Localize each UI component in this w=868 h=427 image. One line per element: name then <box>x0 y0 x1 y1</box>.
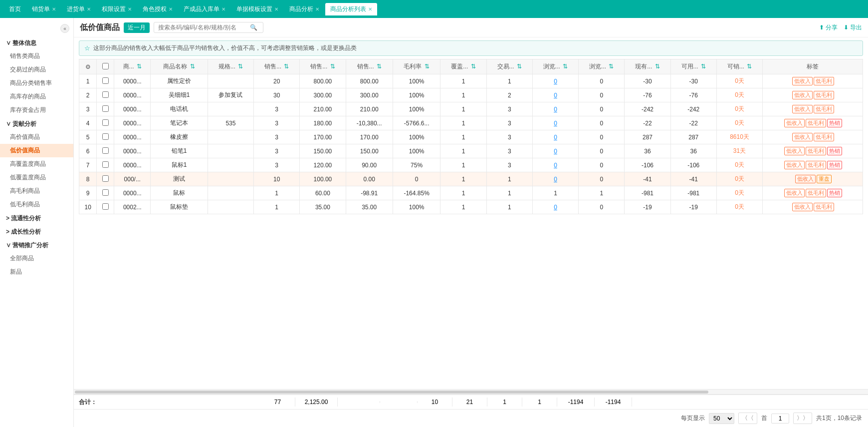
sidebar-item-high-margin[interactable]: 高毛利商品 <box>0 184 73 198</box>
nav-product-analysis[interactable]: 商品分析 ✕ <box>284 3 324 15</box>
search-icon[interactable]: 🔍 <box>250 24 257 31</box>
sidebar-item-sales-products[interactable]: 销售类商品 <box>0 49 73 63</box>
cell-checkbox[interactable] <box>97 158 114 172</box>
last-page-button[interactable]: 〉〉 <box>793 413 812 424</box>
sidebar-item-category-sales-rate[interactable]: 商品分类销售率 <box>0 76 73 90</box>
col-name[interactable]: 商品名称 ⇅ <box>151 59 208 74</box>
sidebar-item-all-products[interactable]: 全部商品 <box>0 252 73 265</box>
browse-link[interactable]: 0 <box>554 176 557 183</box>
col-cov[interactable]: 覆盖... ⇅ <box>440 59 486 74</box>
row-checkbox[interactable] <box>102 189 109 196</box>
sidebar-item-stock-capital[interactable]: 库存资金占用 <box>0 103 73 117</box>
browse-link[interactable]: 0 <box>554 148 557 155</box>
sidebar-group-growth[interactable]: > 成长性分析 <box>0 225 73 238</box>
nav-permission[interactable]: 权限设置 ✕ <box>97 3 137 15</box>
row-checkbox[interactable] <box>102 133 109 140</box>
close-icon[interactable]: ✕ <box>368 6 372 12</box>
export-button[interactable]: ⬇ 导出 <box>844 23 862 32</box>
row-checkbox[interactable] <box>102 175 109 182</box>
sidebar-item-high-coverage[interactable]: 高覆盖度商品 <box>0 157 73 171</box>
close-icon[interactable]: ✕ <box>87 6 91 12</box>
col-s3[interactable]: 销售... ⇅ <box>346 59 393 74</box>
page-number-input[interactable] <box>771 414 789 424</box>
select-all-checkbox[interactable] <box>102 63 109 69</box>
nav-template[interactable]: 单据模板设置 ✕ <box>231 3 283 15</box>
close-icon[interactable]: ✕ <box>169 6 173 12</box>
row-checkbox[interactable] <box>102 147 109 154</box>
sidebar-item-traded-products[interactable]: 交易过的商品 <box>0 63 73 76</box>
per-page-select[interactable]: 50 100 200 <box>709 413 734 424</box>
cell-cov: 1 <box>440 200 486 214</box>
sidebar-item-low-value[interactable]: 低价值商品 <box>0 144 73 157</box>
gear-icon[interactable]: ⚙ <box>85 63 91 70</box>
first-page-button[interactable]: 〈〈 <box>738 413 757 424</box>
scrollbar-thumb[interactable] <box>75 391 708 394</box>
data-table: ⚙ 商... ⇅ 商品名称 ⇅ 规格... ⇅ 销售... ⇅ 销售... ⇅ … <box>79 59 863 214</box>
col-browse1[interactable]: 浏览... ⇅ <box>532 59 578 74</box>
col-stock3[interactable]: 可销... ⇅ <box>716 59 762 74</box>
col-trade[interactable]: 交易... ⇅ <box>486 59 532 74</box>
nav-product-analysis-list[interactable]: 商品分析列表 ✕ <box>325 3 377 15</box>
cell-tags: 低收入低毛利 <box>763 88 863 102</box>
cell-checkbox[interactable] <box>97 88 114 102</box>
sidebar-item-low-coverage[interactable]: 低覆盖度商品 <box>0 171 73 184</box>
browse-link[interactable]: 0 <box>554 134 557 141</box>
col-settings[interactable]: ⚙ <box>79 59 97 74</box>
cell-checkbox[interactable] <box>97 200 114 214</box>
row-checkbox[interactable] <box>102 91 109 98</box>
row-checkbox[interactable] <box>102 77 109 84</box>
col-margin[interactable]: 毛利率 ⇅ <box>393 59 440 74</box>
cell-s1: 20 <box>254 74 300 88</box>
cell-checkbox[interactable] <box>97 116 114 130</box>
nav-home[interactable]: 首页 <box>4 3 26 15</box>
nav-sales-order[interactable]: 销货单 ✕ <box>27 3 61 15</box>
col-stock1[interactable]: 现有... ⇅ <box>625 59 670 74</box>
row-checkbox[interactable] <box>102 105 109 112</box>
share-button[interactable]: ⬆ 分享 <box>819 23 838 32</box>
col-stock2[interactable]: 可用... ⇅ <box>670 59 716 74</box>
cell-checkbox[interactable] <box>97 102 114 116</box>
cell-checkbox[interactable] <box>97 130 114 144</box>
row-checkbox[interactable] <box>102 161 109 168</box>
sidebar-group-contribution[interactable]: ∨ 贡献分析 <box>0 117 73 130</box>
collapse-button[interactable]: « <box>60 24 69 33</box>
nav-role[interactable]: 角色授权 ✕ <box>138 3 178 15</box>
col-code[interactable]: 商... ⇅ <box>114 59 151 74</box>
nav-finished-goods[interactable]: 产成品入库单 ✕ <box>179 3 230 15</box>
sidebar-group-marketing[interactable]: ∨ 营销推广分析 <box>0 238 73 252</box>
tag-badge: 低毛利 <box>814 91 834 99</box>
cell-checkbox[interactable] <box>97 74 114 88</box>
close-icon[interactable]: ✕ <box>315 6 319 12</box>
close-icon[interactable]: ✕ <box>221 6 225 12</box>
close-icon[interactable]: ✕ <box>274 6 278 12</box>
cell-s2: 180.00 <box>300 116 346 130</box>
browse-link[interactable]: 0 <box>554 120 557 127</box>
col-s2[interactable]: 销售... ⇅ <box>300 59 346 74</box>
browse-link[interactable]: 0 <box>554 92 557 99</box>
col-spec[interactable]: 规格... ⇅ <box>208 59 253 74</box>
browse-link[interactable]: 0 <box>554 78 557 85</box>
search-input[interactable] <box>158 24 248 31</box>
cell-checkbox[interactable] <box>97 172 114 186</box>
browse-link[interactable]: 0 <box>554 106 557 113</box>
close-icon[interactable]: ✕ <box>128 6 132 12</box>
sidebar-item-new-products[interactable]: 新品 <box>0 265 73 279</box>
horizontal-scrollbar[interactable] <box>74 389 868 394</box>
nav-purchase-order[interactable]: 进货单 ✕ <box>62 3 96 15</box>
sidebar-item-high-stock[interactable]: 高库存的商品 <box>0 90 73 103</box>
col-browse2[interactable]: 浏览... ⇅ <box>579 59 625 74</box>
cell-checkbox[interactable] <box>97 186 114 200</box>
sidebar-group-circulation[interactable]: > 流通性分析 <box>0 211 73 225</box>
cell-checkbox[interactable] <box>97 144 114 158</box>
browse-link[interactable]: 0 <box>554 204 557 211</box>
sidebar-item-high-value[interactable]: 高价值商品 <box>0 130 73 144</box>
close-icon[interactable]: ✕ <box>52 6 56 12</box>
row-checkbox[interactable] <box>102 119 109 126</box>
tag-badge: 低收入 <box>795 175 816 183</box>
row-checkbox[interactable] <box>102 203 109 210</box>
browse-link[interactable]: 0 <box>554 162 557 169</box>
sidebar-item-low-margin[interactable]: 低毛利商品 <box>0 198 73 211</box>
time-filter-button[interactable]: 近一月 <box>124 22 150 33</box>
sidebar-group-overall[interactable]: ∨ 整体信息 <box>0 36 73 49</box>
col-s1[interactable]: 销售... ⇅ <box>254 59 300 74</box>
